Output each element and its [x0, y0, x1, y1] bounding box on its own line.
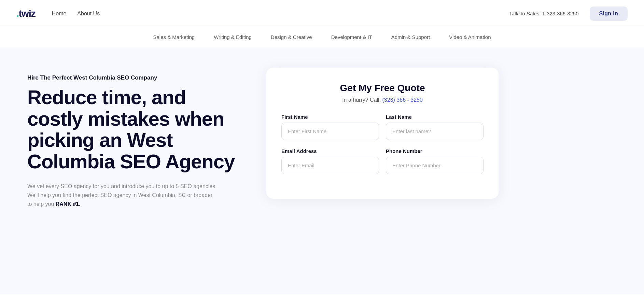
hero-description: We vet every SEO agency for you and intr… [27, 182, 219, 209]
header-right: Talk To Sales: 1-323-366-3250 Sign In [509, 6, 628, 21]
form-title: Get My Free Quote [281, 83, 484, 94]
last-name-group: Last Name [386, 114, 484, 140]
sign-in-button[interactable]: Sign In [590, 6, 628, 21]
phone-input[interactable] [386, 157, 484, 174]
category-nav: Sales & Marketing Writing & Editing Desi… [0, 27, 644, 47]
category-admin-support[interactable]: Admin & Support [391, 34, 430, 40]
last-name-input[interactable] [386, 123, 484, 140]
talk-to-sales: Talk To Sales: 1-323-366-3250 [509, 11, 578, 16]
last-name-label: Last Name [386, 114, 484, 120]
header: .twiz Home About Us Talk To Sales: 1-323… [0, 0, 644, 27]
logo-dot: . [16, 8, 19, 19]
quote-form-card: Get My Free Quote In a hurry? Call: (323… [266, 68, 499, 199]
hero-section: Hire The Perfect West Columbia SEO Compa… [27, 68, 246, 209]
email-group: Email Address [281, 148, 379, 174]
phone-group: Phone Number [386, 148, 484, 174]
form-subtitle: In a hurry? Call: (323) 366 - 3250 [281, 97, 484, 103]
nav-home[interactable]: Home [52, 11, 67, 17]
main-nav: Home About Us [52, 11, 100, 17]
logo-text: twiz [19, 8, 36, 19]
email-label: Email Address [281, 148, 379, 154]
category-video-animation[interactable]: Video & Animation [449, 34, 491, 40]
contact-row: Email Address Phone Number [281, 148, 484, 174]
hero-title: Reduce time, and costly mistakes when pi… [27, 87, 246, 172]
name-row: First Name Last Name [281, 114, 484, 140]
main-content: Hire The Perfect West Columbia SEO Compa… [0, 47, 644, 294]
phone-label: Phone Number [386, 148, 484, 154]
email-input[interactable] [281, 157, 379, 174]
category-sales-marketing[interactable]: Sales & Marketing [153, 34, 195, 40]
form-phone-link[interactable]: (323) 366 - 3250 [382, 97, 423, 103]
nav-about[interactable]: About Us [77, 11, 100, 17]
category-writing-editing[interactable]: Writing & Editing [214, 34, 252, 40]
category-design-creative[interactable]: Design & Creative [271, 34, 312, 40]
form-subtitle-text: In a hurry? Call: [342, 97, 382, 103]
hero-subtitle: Hire The Perfect West Columbia SEO Compa… [27, 74, 246, 81]
first-name-input[interactable] [281, 123, 379, 140]
first-name-group: First Name [281, 114, 379, 140]
logo[interactable]: .twiz [16, 8, 36, 19]
hero-desc-bold: RANK #1. [56, 201, 81, 207]
header-left: .twiz Home About Us [16, 8, 100, 19]
category-development-it[interactable]: Development & IT [331, 34, 372, 40]
first-name-label: First Name [281, 114, 379, 120]
